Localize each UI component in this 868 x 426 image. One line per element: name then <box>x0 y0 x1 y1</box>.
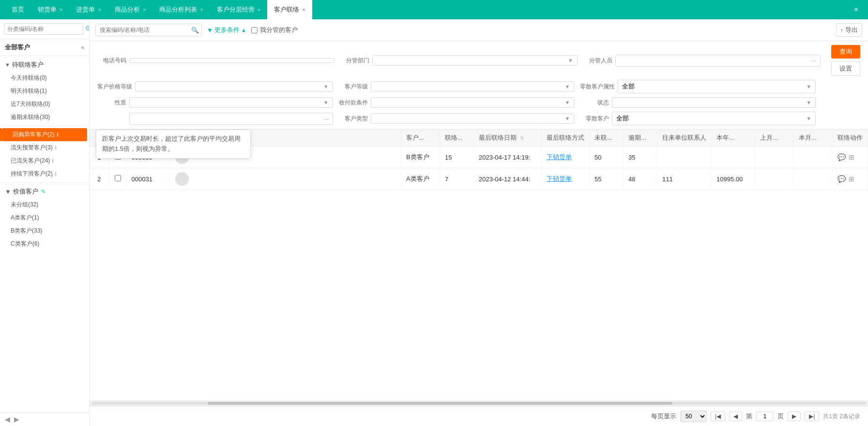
nav-purchase[interactable]: 进货单 × <box>69 0 107 19</box>
query-button[interactable]: 查询 <box>831 45 860 59</box>
group-value-customer[interactable]: ▼ 价值客户 ✎ <box>0 185 89 198</box>
field-dept: 分管部门 ▼ <box>340 55 578 66</box>
nav-sales[interactable]: 销货单 × <box>31 0 69 19</box>
page-label: 第 <box>746 412 752 421</box>
my-customer-checkbox[interactable] <box>251 27 258 33</box>
cell-date-2: 2023-04-12 14:44: <box>474 168 542 190</box>
sidebar-item-tomorrow[interactable]: 明天待联络(1) <box>0 85 89 98</box>
close-purchase-icon[interactable]: × <box>98 7 101 13</box>
row-checkbox-2[interactable] <box>115 175 121 181</box>
sidebar-item-class-c[interactable]: C类客户(6) <box>0 237 89 250</box>
sidebar-item-churn-warning[interactable]: 流失预警客户(3) ℹ <box>0 141 89 154</box>
sort-date-icon[interactable]: ⇅ <box>520 135 524 141</box>
sidebar-item-overdue-contact[interactable]: 逾期未联络(30) <box>0 111 89 124</box>
adv-row-2: 客户价格等级 ▼ 客户等级 ▼ 零散客户属性 全部 <box>97 80 860 93</box>
sidebar-item-class-a[interactable]: A类客户(1) <box>0 211 89 224</box>
retail-attr-arrow: ▼ <box>806 84 811 89</box>
action-chat-icon-1[interactable]: 💬 <box>838 153 846 161</box>
total-info: 共1页 2条记录 <box>823 412 860 421</box>
field-retail-customer: 零散客户 全部 ▼ <box>580 112 816 125</box>
filter-search-icon[interactable]: 🔍 <box>191 27 199 34</box>
cell-date-1: 2023-04-17 14:19: <box>474 147 542 168</box>
group-arrow-icon: ▼ <box>5 62 10 68</box>
manager-input[interactable]: ··· <box>615 55 821 67</box>
payment-select[interactable]: ▼ <box>371 97 575 108</box>
page-input[interactable] <box>756 411 774 421</box>
nature-select[interactable]: ▼ <box>129 97 333 108</box>
sidebar-item-churned[interactable]: 已流失客户(24) ℹ <box>0 154 89 167</box>
manager-ellipsis[interactable]: ··· <box>811 57 816 64</box>
retail-customer-select[interactable]: 全部 ▼ <box>612 112 816 125</box>
sidebar-left-arrow[interactable]: ◀ <box>5 415 10 423</box>
edit-icon[interactable]: ✎ <box>41 189 46 195</box>
action-grid-icon-2[interactable]: ⊞ <box>849 175 854 183</box>
sidebar-item-repurchase-abnormal[interactable]: 回购异常客户(2) ℹ <box>2 128 87 141</box>
sidebar-right-arrow[interactable]: ▶ <box>14 415 19 423</box>
price-grade-select[interactable]: ▼ <box>135 81 333 92</box>
status-select[interactable]: ▼ <box>612 97 816 108</box>
nav-customer-layer[interactable]: 客户分层经营 × <box>210 0 267 19</box>
th-last-date: 最后联络日期 ⇅ <box>474 130 542 147</box>
action-chat-icon-2[interactable]: 💬 <box>838 175 846 183</box>
sidebar-search-input[interactable] <box>4 23 83 35</box>
customer-grade-arrow: ▼ <box>564 84 570 89</box>
cell-check-2 <box>109 168 126 190</box>
phone-input[interactable] <box>129 58 335 63</box>
prev-page-btn[interactable]: ◀ <box>729 411 742 421</box>
nav-home[interactable]: 首页 <box>5 0 31 19</box>
filter-search-input[interactable] <box>95 24 202 36</box>
sidebar-search-icon[interactable]: 🔍 <box>85 26 90 33</box>
content-area: 🔍 ▼ 更多条件 ▲ 我分管的客户 ↑ 导出 电话号码 <box>90 19 868 426</box>
cell-thismonth-2 <box>794 168 833 190</box>
scroll-thumb[interactable] <box>208 402 672 405</box>
th-lastmonth: 上月... <box>755 130 794 147</box>
extra-ellipsis[interactable]: ··· <box>323 115 329 122</box>
sidebar-item-ungrouped[interactable]: 未分组(32) <box>0 198 89 211</box>
th-unread: 未联... <box>590 130 624 147</box>
sidebar-item-class-b[interactable]: B类客户(33) <box>0 224 89 237</box>
customer-type-label: 客户类型 <box>339 115 368 123</box>
action-grid-icon-1[interactable]: ⊞ <box>849 153 854 161</box>
customer-type-select[interactable]: ▼ <box>371 113 575 124</box>
th-overdue: 逾期... <box>624 130 657 147</box>
cell-type-1: B类客户 <box>401 147 440 168</box>
cell-thisyear-2: 10995.00 <box>712 168 755 190</box>
nav-customer-contact[interactable]: 客户联络 × <box>267 0 312 19</box>
export-icon: ↑ <box>840 27 844 34</box>
dept-arrow-icon: ▼ <box>568 58 573 63</box>
retail-attr-select[interactable]: 全部 ▼ <box>618 80 816 93</box>
group-waiting-contact[interactable]: ▼ 待联络客户 <box>0 58 89 72</box>
extra-input[interactable]: ··· <box>129 113 333 125</box>
all-customers-label: 全部客户 <box>5 43 30 52</box>
window-close-button[interactable]: × <box>849 5 863 14</box>
lastway-link-1[interactable]: 下销货单 <box>547 153 572 161</box>
cell-lastmonth-1 <box>755 147 794 168</box>
nav-analysis-list[interactable]: 商品分析列表 × <box>152 0 210 19</box>
more-conditions-btn[interactable]: ▼ 更多条件 ▲ <box>207 26 246 34</box>
last-page-btn[interactable]: ▶| <box>805 411 819 421</box>
info-icon-2: ℹ <box>55 145 57 151</box>
sidebar-item-declining[interactable]: 持续下滑客户(2) ℹ <box>0 167 89 180</box>
close-customer-contact-icon[interactable]: × <box>302 7 305 13</box>
page-size-select[interactable]: 50 100 200 <box>680 411 707 422</box>
my-customer-label: 我分管的客户 <box>260 26 298 34</box>
cell-lastmonth-2 <box>755 168 794 190</box>
sidebar-item-today[interactable]: 今天待联络(0) <box>0 72 89 85</box>
nav-analysis[interactable]: 商品分析 × <box>108 0 152 19</box>
first-page-btn[interactable]: |◀ <box>711 411 725 421</box>
setting-button[interactable]: 设置 <box>831 61 860 76</box>
main-layout: 🔍 全部客户 « ▼ 待联络客户 今天待联络(0) 明天待联络(1) 近7天待联… <box>0 19 868 426</box>
sidebar-item-7days[interactable]: 近7天待联络(0) <box>0 98 89 111</box>
close-customer-layer-icon[interactable]: × <box>258 7 260 13</box>
scroll-track[interactable] <box>91 402 866 405</box>
sidebar-collapse-icon[interactable]: « <box>81 44 84 51</box>
dept-select[interactable]: ▼ <box>372 55 578 66</box>
lastway-link-2[interactable]: 下销货单 <box>547 175 572 182</box>
export-button[interactable]: ↑ 导出 <box>836 23 863 37</box>
next-page-btn[interactable]: ▶ <box>788 411 801 421</box>
horizontal-scrollbar[interactable] <box>90 400 868 406</box>
customer-grade-select[interactable]: ▼ <box>371 81 575 92</box>
close-sales-icon[interactable]: × <box>60 7 62 13</box>
close-analysis-list-icon[interactable]: × <box>200 7 203 13</box>
close-analysis-icon[interactable]: × <box>143 7 146 13</box>
